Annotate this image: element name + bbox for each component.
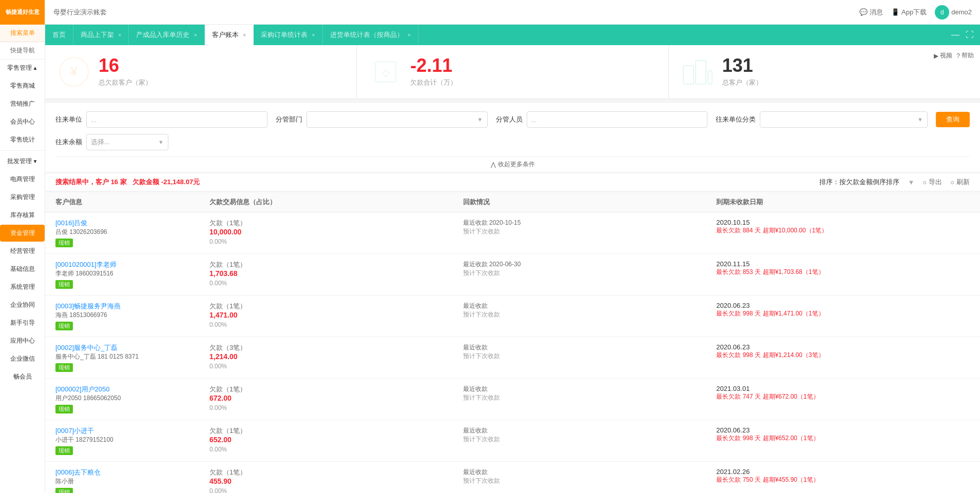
- debt-total-icon: ◇: [369, 55, 402, 88]
- sidebar: 畅捷通好生意 搜索菜单 快捷导航 零售管理▲ 零售商城 营销推广 会员中心 零售…: [0, 0, 45, 493]
- collapse-button[interactable]: ⋀ 收起更多条件: [55, 156, 970, 172]
- customer-name-4[interactable]: [000002]用户2050: [55, 385, 110, 393]
- overdue-link-4[interactable]: 超期¥672.00（1笔）: [763, 393, 819, 400]
- collect-next-3: 预计下次收款: [463, 352, 717, 361]
- overdue-link-3[interactable]: 超期¥1,214.00（3笔）: [763, 351, 824, 359]
- manager-input[interactable]: ...: [527, 111, 708, 128]
- dept-select[interactable]: ▼: [306, 111, 488, 128]
- tab-stock[interactable]: 进货单统计表（按商品） ×: [323, 25, 418, 45]
- customer-name-3[interactable]: [0002]服务中心_丁磊: [55, 344, 118, 351]
- help-button[interactable]: ? 帮助: [956, 51, 974, 60]
- customer-name-5[interactable]: [0007]小进干: [55, 427, 94, 435]
- sidebar-item-purchase-manage[interactable]: 采购管理: [0, 189, 45, 206]
- tab-product[interactable]: 商品上下架 ×: [73, 25, 129, 45]
- user-avatar[interactable]: d demo2: [935, 5, 972, 19]
- sidebar-item-members[interactable]: 会员中心: [0, 113, 45, 130]
- debt-count-2: 欠款（1笔）: [209, 302, 463, 311]
- results-actions: 排序：按欠款金额倒序排序 ▼ ○ 导出 ○ 刷新: [819, 178, 970, 187]
- app-download-button[interactable]: 📱 App下载: [891, 8, 927, 17]
- tab-customer-close[interactable]: ×: [243, 32, 246, 38]
- sidebar-divider: [0, 150, 45, 151]
- tab-production[interactable]: 产成品入库单历史 ×: [129, 25, 204, 45]
- sidebar-quick-nav[interactable]: 快捷导航: [0, 42, 45, 60]
- sidebar-item-basic-info[interactable]: 基础信息: [0, 261, 45, 278]
- customer-tag-2: 现销: [55, 322, 73, 330]
- overdue-link-6[interactable]: 超期¥455.90（1笔）: [763, 476, 819, 483]
- filter-area: 往来单位 ... 分管部门 ▼ 分管人员 ...: [45, 103, 980, 172]
- due-cell-2: 2020.06.23 最长欠款 998 天 超期¥1,471.00（1笔）: [716, 302, 970, 318]
- customer-cell-2: [0003]畅捷服务尹海燕 海燕 18513066976 现销: [55, 302, 209, 330]
- sort-dropdown-icon: ▼: [908, 179, 914, 186]
- sidebar-item-inventory[interactable]: 库存核算: [0, 207, 45, 224]
- collect-date-6: 最近收款: [463, 468, 717, 477]
- tabs-actions: — ⛶: [949, 30, 980, 40]
- tab-production-close[interactable]: ×: [194, 32, 197, 38]
- collect-next-6: 预计下次收款: [463, 477, 717, 485]
- source-unit-input[interactable]: ...: [86, 111, 267, 128]
- sidebar-item-retail-manage[interactable]: 零售管理▲: [0, 60, 45, 76]
- sidebar-item-ecommerce[interactable]: 电商管理: [0, 171, 45, 188]
- tab-home[interactable]: 首页: [45, 25, 73, 45]
- sort-label: 排序：按欠款金额倒序排序: [819, 178, 899, 187]
- overdue-days-5: 最长欠款 998 天: [716, 435, 761, 442]
- sidebar-item-finance[interactable]: 资金管理: [0, 225, 45, 242]
- collect-cell-0: 最近收款 2020-10-15 预计下次收款: [463, 219, 717, 236]
- debt-customers-icon: ¥: [57, 55, 90, 88]
- balance-select[interactable]: 选择... ▼: [86, 134, 168, 150]
- collect-date-3: 最近收款: [463, 343, 717, 352]
- customer-name-1[interactable]: [0001020001]李老师: [55, 261, 117, 268]
- collect-date-0: 最近收款 2020-10-15: [463, 219, 717, 227]
- sidebar-item-weixin[interactable]: 企业微信: [0, 350, 45, 367]
- debt-ratio-1: 0.00%: [209, 280, 463, 287]
- overdue-link-1[interactable]: 超期¥1,703.68（1笔）: [763, 268, 824, 275]
- due-cell-4: 2021.03.01 最长欠款 747 天 超期¥672.00（1笔）: [716, 385, 970, 401]
- tab-maximize-button[interactable]: ⛶: [964, 30, 976, 40]
- tab-product-close[interactable]: ×: [118, 32, 121, 38]
- customer-name-2[interactable]: [0003]畅捷服务尹海燕: [55, 302, 121, 310]
- collect-cell-5: 最近收款 预计下次收款: [463, 426, 717, 444]
- sidebar-item-marketing[interactable]: 营销推广: [0, 95, 45, 112]
- table: 客户信息 欠款交易信息（占比） 回款情况 到期未收款日期 [0016]吕俊 吕俊…: [45, 192, 980, 493]
- overdue-link-0[interactable]: 超期¥10,000.00（1笔）: [763, 227, 828, 234]
- search-button[interactable]: 查询: [936, 112, 970, 127]
- sidebar-item-batch-manage[interactable]: 批发管理▼: [0, 153, 45, 170]
- customer-phone-4: 用户2050 18665062050: [55, 394, 209, 403]
- message-button[interactable]: 💬 消息: [859, 8, 883, 17]
- sidebar-search[interactable]: 搜索菜单: [0, 25, 45, 42]
- balance-label: 往来余额: [55, 137, 82, 147]
- tab-purchase[interactable]: 采购订单统计表 ×: [254, 25, 322, 45]
- overdue-link-2[interactable]: 超期¥1,471.00（1笔）: [763, 310, 824, 317]
- col-due-date: 到期未收款日期: [716, 198, 970, 207]
- source-unit-type-select[interactable]: ▼: [760, 111, 928, 128]
- source-unit-type-dropdown-icon: ▼: [917, 116, 923, 123]
- sidebar-item-app-center[interactable]: 应用中心: [0, 332, 45, 349]
- total-customers-label: 总客户（家）: [722, 78, 762, 87]
- sidebar-item-vip[interactable]: 畅会员: [0, 368, 45, 385]
- sidebar-item-enterprise[interactable]: 企业协同: [0, 297, 45, 313]
- sidebar-item-guide[interactable]: 新手引导: [0, 314, 45, 331]
- tab-purchase-close[interactable]: ×: [312, 32, 315, 38]
- customer-name-6[interactable]: [0006]去下粮仓: [55, 468, 101, 476]
- table-row: [0006]去下粮仓 陈小册 现销 欠款（1笔） 455.90 0.00% 最近…: [45, 462, 980, 493]
- sidebar-item-retail-stats[interactable]: 零售统计: [0, 131, 45, 148]
- sidebar-item-retail-mall[interactable]: 零售商城: [0, 77, 45, 94]
- topbar: 母婴行业演示账套 💬 消息 📱 App下载 d demo2: [45, 0, 980, 25]
- tab-customer[interactable]: 客户账本 ×: [205, 25, 254, 45]
- tab-stock-close[interactable]: ×: [408, 32, 411, 38]
- sidebar-item-system[interactable]: 系统管理: [0, 279, 45, 295]
- tab-minimize-button[interactable]: —: [949, 30, 962, 40]
- collect-cell-4: 最近收款 预计下次收款: [463, 385, 717, 402]
- debt-amount-4: 672.00: [209, 394, 463, 402]
- export-button[interactable]: ○ 导出: [923, 178, 942, 187]
- video-button[interactable]: ▶ 视频: [934, 51, 952, 60]
- stat-total-customers: 131 总客户（家） ▶ 视频 ? 帮助: [669, 45, 980, 98]
- dept-label: 分管部门: [276, 115, 302, 124]
- sidebar-item-operation[interactable]: 经营管理: [0, 243, 45, 260]
- debt-count-3: 欠款（3笔）: [209, 343, 463, 352]
- collect-next-4: 预计下次收款: [463, 393, 717, 402]
- overdue-link-5[interactable]: 超期¥652.00（1笔）: [763, 435, 819, 442]
- customer-tag-1: 现销: [55, 280, 73, 289]
- refresh-button[interactable]: ○ 刷新: [950, 178, 970, 187]
- customer-name-0[interactable]: [0016]吕俊: [55, 219, 87, 227]
- due-date-3: 2020.06.23: [716, 343, 970, 351]
